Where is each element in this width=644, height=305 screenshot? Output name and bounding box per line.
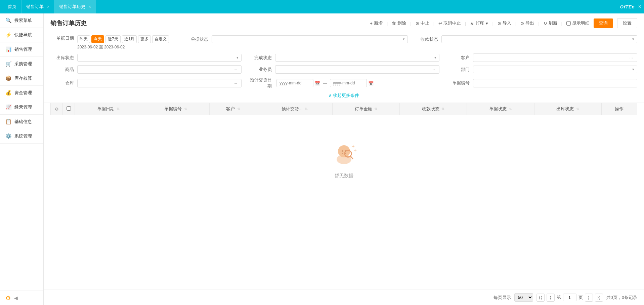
new-button[interactable]: + 新增 (370, 20, 383, 26)
date-btn-1month[interactable]: 近1月 (122, 35, 137, 43)
col-amount-sort-icon[interactable]: ⇅ (374, 107, 377, 111)
page-title: 销售订单历史 (50, 19, 87, 27)
refresh-label: 刷新 (549, 20, 557, 26)
sidebar-item-purchase[interactable]: 🛒 采购管理 (0, 57, 43, 71)
page-header: 销售订单历史 + 新增 | 🗑 删除 | ⊘ 中止 | ↩ (44, 13, 644, 31)
show-detail-label: 显示明细 (572, 20, 590, 26)
svg-point-1 (338, 145, 350, 157)
warehouse-input[interactable]: ··· (77, 79, 242, 87)
sidebar-collapse-icon[interactable]: ◀ (14, 295, 18, 301)
col-payment-sort-icon[interactable]: ⇅ (441, 107, 444, 111)
page-size-select[interactable]: 10 20 50 100 (514, 293, 533, 302)
print-button[interactable]: 🖨 打印 ▾ (470, 20, 488, 26)
date-btn-yesterday[interactable]: 昨天 (77, 35, 90, 43)
complete-status-select[interactable]: ▾ (275, 54, 439, 62)
filter-row-1: 单据日期 昨天 今天 近7天 近1月 更多 自定义 2023-06-02 至 2… (50, 35, 637, 50)
search-icon: 🔍 (5, 17, 12, 24)
prev-page-button[interactable]: ⟨ (547, 294, 555, 302)
show-detail-checkbox-label[interactable]: 显示明细 (566, 20, 590, 26)
table-col-order-status: 单据状态 ⇅ (467, 103, 534, 115)
salesperson-ellipsis-icon[interactable]: ··· (430, 67, 436, 72)
tab-sales-order-history-close[interactable]: × (89, 4, 91, 9)
product-input[interactable]: ··· (77, 65, 242, 74)
sidebar-item-sales[interactable]: 📊 销售管理 (0, 42, 43, 57)
stop-button[interactable]: ⊘ 中止 (416, 20, 429, 26)
print-icon: 🖨 (470, 21, 474, 26)
sidebar-item-operations[interactable]: 📈 经营管理 (0, 100, 43, 115)
current-page-input[interactable] (563, 294, 576, 301)
complete-status-label: 完成状态 (248, 55, 275, 61)
delete-button[interactable]: 🗑 删除 (392, 20, 406, 26)
sidebar-item-quick-nav[interactable]: ⚡ 快捷导航 (0, 28, 43, 42)
date-btn-7days[interactable]: 近7天 (105, 35, 121, 43)
table-col-customer: 客户 ⇅ (209, 103, 257, 115)
col-date-sort-icon[interactable]: ⇅ (117, 107, 120, 111)
content-area: 销售订单历史 + 新增 | 🗑 删除 | ⊘ 中止 | ↩ (44, 13, 644, 305)
delivery-date-to[interactable] (330, 79, 367, 87)
import-button[interactable]: ⊙ 导入 (498, 20, 511, 26)
cancel-stop-button[interactable]: ↩ 取消中止 (438, 20, 461, 26)
sidebar-item-system[interactable]: ⚙️ 系统管理 (0, 129, 43, 144)
filter-row-4: 仓库 ··· 预计交货日期 📅 — 📅 (50, 77, 637, 89)
order-status-chevron-icon: ▾ (403, 37, 405, 41)
tab-sales-order[interactable]: 销售订单 × (22, 0, 54, 13)
table-col-amount: 订单金额 ⇅ (332, 103, 399, 115)
export-button[interactable]: ⊙ 导出 (520, 20, 534, 26)
col-outstock-sort-icon[interactable]: ⇅ (576, 107, 579, 111)
order-no-label: 单据编号 (446, 80, 473, 86)
tab-sales-order-history-label: 销售订单历史 (59, 4, 85, 10)
settings-button[interactable]: 设置 (617, 18, 637, 28)
customer-ellipsis-icon[interactable]: ··· (628, 55, 634, 60)
collapse-filter-button[interactable]: ∧ 收起更多条件 (50, 92, 637, 99)
table-settings-icon[interactable]: ⚙ (55, 107, 59, 112)
department-label: 部门 (446, 67, 473, 73)
outstock-chevron-icon: ▾ (237, 55, 239, 60)
table-select-all-checkbox[interactable] (67, 106, 71, 111)
tab-sales-order-history[interactable]: 销售订单历史 × (54, 0, 96, 13)
warehouse-ellipsis-icon[interactable]: ··· (232, 81, 239, 86)
window-close-button[interactable]: × (638, 4, 641, 10)
delivery-date-from[interactable] (276, 79, 313, 87)
collapse-label: 收起更多条件 (333, 93, 359, 98)
sidebar-item-search[interactable]: 🔍 搜索菜单 (0, 13, 43, 28)
sidebar-item-inventory[interactable]: 📦 库存核算 (0, 71, 43, 86)
sidebar-item-quick-nav-label: 快捷导航 (14, 32, 32, 38)
customer-label: 客户 (446, 55, 473, 61)
salesperson-input[interactable]: ··· (275, 65, 439, 74)
payment-status-select[interactable]: ▾ (441, 35, 638, 43)
sidebar-settings-icon[interactable]: ⚙ (5, 294, 11, 302)
col-customer-sort-icon[interactable]: ⇅ (237, 107, 240, 111)
cancel-stop-icon: ↩ (438, 21, 442, 26)
sidebar-item-basic-info[interactable]: 📋 基础信息 (0, 115, 43, 129)
col-delivery-sort-icon[interactable]: ⇅ (305, 107, 308, 111)
show-detail-checkbox[interactable] (566, 21, 571, 26)
date-btn-more[interactable]: 更多 (138, 35, 151, 43)
page-text: 第 (557, 295, 561, 301)
first-page-button[interactable]: ⟨⟨ (536, 294, 545, 302)
col-delivery-label: 预计交货... (282, 106, 303, 111)
tab-sales-order-close[interactable]: × (47, 4, 49, 9)
outstock-status-select[interactable]: ▾ (77, 54, 242, 62)
col-orderno-sort-icon[interactable]: ⇅ (184, 107, 187, 111)
tab-home[interactable]: 首页 (3, 0, 22, 13)
department-select[interactable]: ▾ (473, 66, 637, 73)
date-btn-custom[interactable]: 自定义 (152, 35, 169, 43)
date-btn-today[interactable]: 今天 (91, 35, 104, 43)
page-unit-label: 页 (578, 295, 583, 301)
query-button[interactable]: 查询 (594, 18, 613, 28)
sidebar-item-operations-label: 经营管理 (14, 104, 32, 110)
order-no-input[interactable] (473, 79, 637, 87)
col-order-status-sort-icon[interactable]: ⇅ (509, 107, 512, 111)
sidebar-item-finance[interactable]: 💰 资金管理 (0, 86, 43, 100)
toolbar: + 新增 | 🗑 删除 | ⊘ 中止 | ↩ 取消中止 | (370, 18, 637, 28)
refresh-button[interactable]: ↻ 刷新 (544, 20, 557, 26)
table-col-outstock-status: 出库状态 ⇅ (534, 103, 601, 115)
customer-input[interactable]: ··· (473, 53, 637, 62)
order-status-select[interactable]: ▾ (212, 35, 408, 43)
table-col-orderno: 单据编号 ⇅ (142, 103, 209, 115)
last-page-button[interactable]: ⟩⟩ (595, 294, 603, 302)
order-status-label: 单据状态 (185, 36, 212, 42)
next-page-button[interactable]: ⟩ (585, 294, 593, 302)
sidebar-item-purchase-label: 采购管理 (14, 61, 32, 67)
product-ellipsis-icon[interactable]: ··· (232, 67, 239, 72)
